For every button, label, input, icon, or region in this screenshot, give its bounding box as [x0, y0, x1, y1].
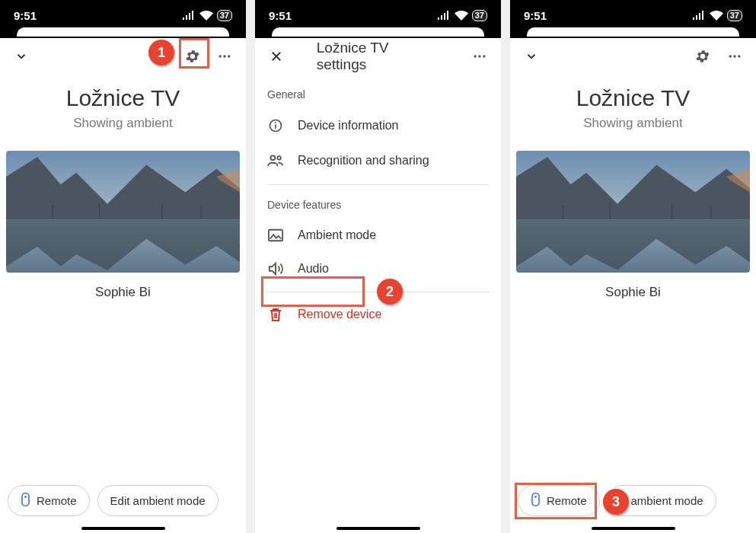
status-bar: 9:51 37 [255, 0, 501, 30]
remote-icon [531, 493, 541, 509]
collapse-button[interactable] [516, 41, 547, 72]
svg-point-2 [228, 55, 230, 57]
image-icon [267, 228, 284, 242]
ambient-preview[interactable] [6, 151, 240, 273]
status-indicators: 37 [437, 10, 487, 21]
settings-button[interactable] [687, 41, 718, 72]
svg-point-22 [738, 55, 740, 57]
row-label: Audio [298, 262, 329, 276]
phone-screen-2: 9:51 37 Ložnice TV settings General Devi… [255, 0, 501, 533]
phone-screen-3: 9:51 37 Ložnice TV Showing ambient [510, 0, 756, 533]
phone-screen-1: 9:51 37 1 Ložnice TV Show [0, 0, 246, 533]
home-indicator[interactable] [592, 527, 675, 530]
svg-point-12 [478, 55, 480, 57]
battery-indicator: 37 [727, 10, 742, 21]
remote-icon [21, 493, 30, 509]
svg-point-18 [277, 156, 281, 160]
people-icon [267, 153, 284, 168]
battery-indicator: 37 [472, 10, 487, 21]
row-label: Ambient mode [298, 228, 376, 242]
callout-1: 1 [148, 40, 174, 65]
svg-point-11 [474, 55, 477, 57]
home-indicator[interactable] [337, 527, 420, 530]
row-recognition[interactable]: Recognition and sharing [255, 143, 501, 178]
edit-ambient-label: ambient mode [631, 494, 703, 507]
settings-header: Ložnice TV settings [255, 38, 501, 75]
overflow-button[interactable] [464, 41, 495, 72]
home-indicator[interactable] [81, 527, 165, 530]
device-title: Ložnice TV [510, 85, 756, 111]
svg-point-17 [270, 155, 275, 160]
svg-point-1 [223, 55, 225, 57]
collapse-button[interactable] [6, 41, 37, 72]
callout-2: 2 [377, 279, 403, 305]
svg-rect-16 [275, 122, 276, 123]
svg-point-20 [729, 55, 732, 57]
status-indicators: 37 [692, 10, 742, 21]
wifi-icon [455, 11, 468, 21]
settings-title: Ložnice TV settings [317, 40, 440, 73]
device-subtitle: Showing ambient [510, 116, 756, 131]
close-button[interactable] [261, 41, 292, 72]
status-time: 9:51 [524, 9, 547, 22]
signal-icon [437, 11, 451, 20]
media-caption: Sophie Bi [0, 285, 246, 300]
svg-point-10 [24, 496, 27, 498]
status-bar: 9:51 37 [510, 0, 756, 30]
svg-rect-19 [269, 230, 282, 241]
remote-label: Remote [37, 494, 77, 507]
callout-3: 3 [603, 489, 629, 515]
remote-label: Remote [547, 494, 587, 507]
status-time: 9:51 [14, 9, 37, 22]
status-time: 9:51 [269, 9, 292, 22]
ambient-preview[interactable] [516, 151, 750, 273]
overflow-button[interactable] [719, 41, 750, 72]
signal-icon [692, 11, 706, 20]
overflow-button[interactable] [209, 41, 240, 72]
svg-rect-29 [532, 493, 539, 506]
app-header [0, 38, 246, 75]
wifi-icon [710, 11, 723, 21]
section-general: General [255, 75, 501, 108]
battery-indicator: 37 [217, 10, 232, 21]
row-ambient-mode[interactable]: Ambient mode [255, 219, 501, 252]
svg-point-0 [219, 55, 222, 57]
remote-button[interactable]: Remote [8, 485, 90, 516]
speaker-icon [267, 262, 284, 276]
media-caption: Sophie Bi [510, 285, 756, 300]
row-label: Device information [298, 119, 399, 132]
device-subtitle: Showing ambient [0, 116, 246, 131]
svg-rect-9 [22, 493, 29, 506]
svg-rect-15 [275, 124, 276, 129]
edit-ambient-button[interactable]: Edit ambient mode [97, 485, 219, 516]
app-header [510, 38, 756, 75]
svg-point-13 [483, 55, 485, 57]
device-title: Ložnice TV [0, 85, 246, 111]
row-device-info[interactable]: Device information [255, 108, 501, 143]
status-indicators: 37 [182, 10, 232, 21]
wifi-icon [199, 11, 213, 21]
row-label: Recognition and sharing [298, 154, 429, 168]
svg-point-21 [733, 55, 735, 57]
svg-point-30 [534, 496, 537, 498]
row-label: Remove device [298, 308, 381, 321]
info-icon [267, 118, 284, 133]
section-features: Device features [255, 185, 501, 219]
edit-ambient-label: Edit ambient mode [110, 494, 206, 507]
row-audio[interactable]: Audio [255, 252, 501, 286]
trash-icon [267, 307, 284, 322]
row-remove-device[interactable]: Remove device [255, 297, 501, 332]
signal-icon [182, 11, 196, 20]
remote-button[interactable]: Remote [518, 485, 600, 516]
status-bar: 9:51 37 [0, 0, 246, 30]
settings-button[interactable] [177, 41, 208, 72]
